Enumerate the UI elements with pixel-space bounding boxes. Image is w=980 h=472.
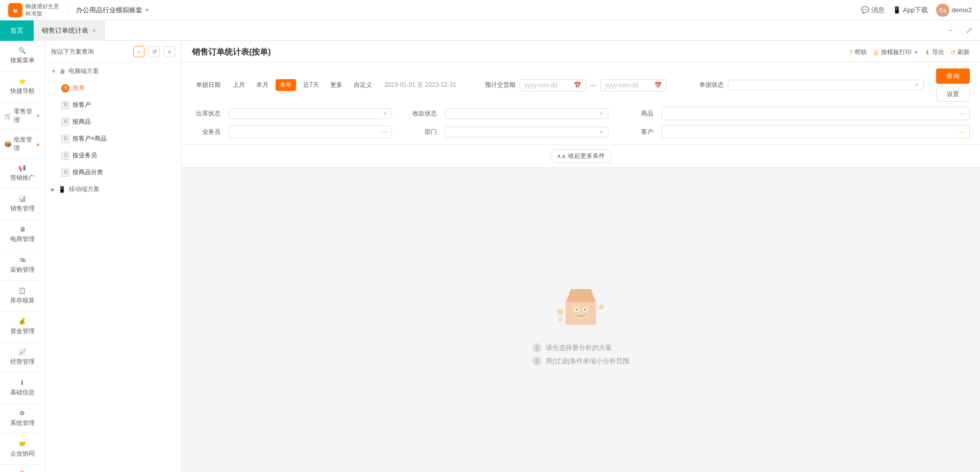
dept-select[interactable]: ▼ — [445, 127, 608, 137]
step-1-num: 1 — [532, 343, 542, 352]
expected-date-to[interactable]: yyyy-mm-dd 📅 — [600, 79, 667, 91]
tree-section-mobile[interactable]: ▶ 📱 移动端方案 — [45, 181, 181, 198]
date-btn-this-year[interactable]: 本年 — [276, 79, 296, 91]
empty-step-2: 2 用[过滤]条件来缩小分析范围 — [532, 357, 629, 366]
left-panel-header: 按以下方案查询 + ↺ « — [45, 41, 181, 63]
tree-item-by-order[interactable]: 按 按单 — [53, 80, 181, 97]
chevron-down-icon: ▼ — [144, 7, 150, 13]
settings-button[interactable]: 设置 — [936, 87, 970, 102]
delivery-select[interactable]: ▼ — [229, 108, 392, 119]
date-btn-more[interactable]: 更多 — [326, 79, 347, 91]
svg-point-9 — [584, 309, 586, 311]
refresh-button[interactable]: ↺ 刷新 — [950, 48, 970, 57]
expected-date-label: 预计交货期 — [485, 81, 516, 89]
tree-item-by-customer[interactable]: 客 按客户 — [53, 97, 181, 113]
tree-section-pc[interactable]: ▼ 🖥 电脑端方案 — [45, 63, 181, 80]
avatar: Ea — [936, 4, 949, 17]
sidebar-item-wholesale[interactable]: 📦 批发管理 ▲ — [0, 130, 44, 158]
print-chevron-icon: ▼ — [914, 50, 919, 55]
tree-item-by-customer-goods[interactable]: 客 按客户+商品 — [53, 130, 181, 147]
add-scheme-button[interactable]: + — [133, 46, 144, 57]
tab-label: 销售订单统计表 — [42, 26, 88, 35]
date-btn-7days[interactable]: 近7天 — [299, 79, 323, 91]
help-button[interactable]: ? 帮助 — [849, 48, 867, 57]
search-icon: 🔍 — [18, 47, 26, 54]
pc-section-icon: 🖥 — [59, 68, 65, 75]
tree-item-by-goods[interactable]: 商 按商品 — [53, 113, 181, 130]
sidebar-item-marketing[interactable]: 📢 营销推广 — [0, 158, 44, 189]
customer-input[interactable]: ··· — [662, 125, 970, 138]
salesman-input[interactable]: ··· — [229, 125, 392, 138]
collapse-button[interactable]: ∧∧ 收起更多条件 — [550, 149, 611, 163]
triangle-down-icon: ▼ — [51, 68, 56, 74]
tree-children-pc: 按 按单 客 按客户 商 按商品 客 按客户+商品 员 按业务员 — [45, 80, 181, 181]
dept-label: 部门 — [408, 128, 437, 136]
sidebar-item-inventory[interactable]: 📋 库存核算 — [0, 281, 44, 312]
sidebar-item-basic[interactable]: ℹ 基础信息 — [0, 373, 44, 404]
app-download-button[interactable]: 📱 App下载 — [893, 6, 928, 15]
collapse-panel-button[interactable]: « — [164, 46, 175, 57]
search-button[interactable]: 查询 — [936, 68, 970, 84]
customer-label: 客户 — [625, 128, 653, 136]
status-select[interactable]: ▼ — [728, 80, 924, 90]
filter-row-3: 业务员 ··· 部门 ▼ 客户 ··· — [192, 125, 970, 138]
refresh-scheme-button[interactable]: ↺ — [149, 46, 160, 57]
sidebar-item-management[interactable]: 📈 经营管理 — [0, 342, 44, 373]
mobile-section-label: 移动端方案 — [69, 185, 100, 194]
right-panel: 销售订单统计表(按单) ? 帮助 🖨 按模板打印 ▼ ⬇ 导出 — [182, 41, 980, 472]
expected-date-from[interactable]: yyyy-mm-dd 📅 — [520, 79, 586, 91]
sidebar: 🔍 搜索菜单 ⭐ 快捷导航 🛒 零售管理 ▼ 📦 批发管理 ▲ 📢 营销推广 📊… — [0, 41, 45, 472]
print-icon: 🖨 — [873, 49, 879, 56]
export-button[interactable]: ⬇ 导出 — [925, 48, 944, 57]
payment-select[interactable]: ▼ — [445, 108, 608, 119]
sidebar-item-retail[interactable]: 🛒 零售管理 ▼ — [0, 102, 44, 130]
filter-area: 单据日期 上月 本月 本年 近7天 更多 自定义 2023-01-01 至 20… — [182, 62, 980, 145]
tab-statistics[interactable]: 销售订单统计表 × — [34, 20, 105, 41]
payment-label: 收款状态 — [408, 109, 437, 118]
management-icon: 📈 — [18, 348, 26, 356]
logo-text: 畅捷通好生意 标准版 — [26, 3, 59, 16]
enterprise-icon: 🤝 — [18, 440, 26, 447]
goods-input[interactable]: ··· — [662, 107, 970, 120]
close-icon[interactable]: × — [92, 27, 96, 34]
sidebar-item-finance[interactable]: 💰 资金管理 — [0, 312, 44, 342]
salesman-label: 业务员 — [192, 128, 220, 136]
print-button[interactable]: 🖨 按模板打印 ▼ — [873, 48, 919, 57]
dash: — — [590, 82, 596, 89]
sidebar-item-guide[interactable]: 🎯 新手引导 — [0, 465, 44, 472]
date-btn-this-month[interactable]: 本月 — [252, 79, 273, 91]
sidebar-item-search[interactable]: 🔍 搜索菜单 — [0, 41, 44, 72]
calendar-icon-1: 📅 — [574, 82, 581, 89]
export-icon: ⬇ — [925, 49, 930, 56]
date-btn-custom[interactable]: 自定义 — [350, 79, 376, 91]
sidebar-item-purchase[interactable]: 🛍 采购管理 — [0, 250, 44, 281]
purchase-icon: 🛍 — [19, 256, 26, 264]
app-selector[interactable]: 办公用品行业模拟账套 ▼ — [76, 6, 150, 15]
date-placeholder-2: yyyy-mm-dd — [605, 82, 652, 89]
calendar-icon-2: 📅 — [654, 82, 662, 89]
top-bar-right: 💬 消息 📱 App下载 Ea demo2 — [861, 4, 972, 17]
maximize-button[interactable]: ⤢ — [962, 23, 976, 38]
date-btn-last-month[interactable]: 上月 — [229, 79, 249, 91]
collapse-bar: ∧∧ 收起更多条件 — [182, 145, 980, 168]
user-menu[interactable]: Ea demo2 — [936, 4, 972, 17]
sidebar-item-sales[interactable]: 📊 销售管理 — [0, 189, 44, 220]
tab-home[interactable]: 首页 — [0, 20, 34, 41]
tree-item-by-category[interactable]: 类 按商品分类 — [53, 164, 181, 181]
goods-dots-icon: ··· — [959, 109, 965, 117]
minimize-button[interactable]: － — [943, 23, 958, 38]
collapse-icon: ∧∧ — [557, 153, 566, 160]
sidebar-item-enterprise[interactable]: 🤝 企业协同 — [0, 434, 44, 465]
status-group: 单据状态 ▼ — [695, 80, 924, 90]
message-icon: 💬 — [861, 6, 869, 14]
goods-label: 商品 — [625, 109, 653, 118]
tree-item-by-salesman[interactable]: 员 按业务员 — [53, 147, 181, 164]
tab-bar-actions: － ⤢ — [943, 23, 980, 38]
message-button[interactable]: 💬 消息 — [861, 6, 885, 15]
by-salesman-icon: 员 — [61, 152, 69, 160]
sidebar-item-ecommerce[interactable]: 🖥 电商管理 — [0, 220, 44, 250]
sidebar-item-quick-nav[interactable]: ⭐ 快捷导航 — [0, 72, 44, 102]
dept-chevron-icon: ▼ — [599, 129, 604, 135]
sidebar-item-system[interactable]: ⚙ 系统管理 — [0, 404, 44, 434]
delivery-chevron-icon: ▼ — [382, 111, 387, 116]
